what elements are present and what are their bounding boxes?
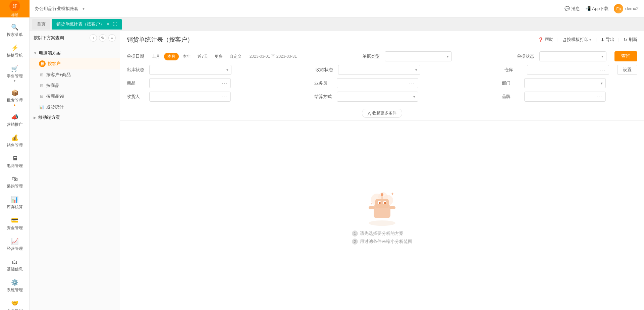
sidebar-item-search-label: 搜索菜单: [7, 32, 23, 38]
payment-status-select[interactable]: ▾: [338, 65, 420, 75]
date-tab-7days[interactable]: 近7天: [195, 53, 211, 60]
sidebar-item-wholesale[interactable]: 📦 批发管理 ▲: [0, 86, 29, 110]
settings-btn[interactable]: 设置: [617, 65, 637, 75]
sidebar-item-search[interactable]: 🔍 搜索菜单: [0, 20, 29, 41]
tabbar: 首页 销货单统计表（按客户） ✕ ⛶: [30, 17, 644, 31]
date-tab-more[interactable]: 更多: [212, 53, 225, 60]
cooperation-icon: 🤝: [11, 300, 18, 307]
topbar: 办公用品行业模拟账套 ▾ 💬 消息 📲 App下载 Ea demo2: [30, 0, 644, 17]
tree-section-mobile-header[interactable]: ▶ 移动端方案: [30, 112, 120, 122]
collapse-more-btn[interactable]: ⋀ 收起更多条件: [362, 109, 402, 118]
tab-close-icon[interactable]: ✕: [106, 22, 110, 27]
order-type-chevron-icon: ▾: [447, 54, 449, 59]
sidebar-item-operations[interactable]: 📈 经营管理: [0, 234, 29, 255]
sidebar-item-marketing-label: 营销推广: [7, 122, 23, 127]
collapse-panel-btn[interactable]: «: [108, 34, 116, 42]
department-select[interactable]: ▾: [524, 78, 606, 88]
help-icon: ❓: [538, 37, 543, 42]
tab-home[interactable]: 首页: [32, 19, 50, 30]
sidebar-item-finance[interactable]: 💳 资金管理: [0, 213, 29, 234]
tree-item-by-customer-label: 按客户: [48, 61, 61, 67]
tree-item-by-customer[interactable]: 按 按客户: [30, 58, 120, 69]
tree-section-mobile: ▶ 移动端方案: [30, 112, 120, 122]
date-tab-last-month[interactable]: 上月: [149, 53, 163, 60]
svg-point-13: [381, 193, 383, 196]
query-btn-area: 查询: [614, 51, 637, 61]
edit-scheme-btn[interactable]: ✎: [99, 34, 106, 42]
sidebar-item-ecommerce-label: 电商管理: [7, 163, 23, 169]
svg-text:✦: ✦: [370, 202, 373, 205]
add-scheme-btn[interactable]: +: [90, 34, 97, 42]
filter-row-1: 单据日期 上月 本月 本年 近7天 更多 自定义 2023-03-01 至 20…: [127, 51, 637, 61]
tree-section-chevron-icon: ▼: [34, 51, 37, 55]
sidebar-item-quicknav[interactable]: ⚡ 快捷导航: [0, 41, 29, 62]
svg-point-2: [369, 220, 395, 226]
sidebar-item-ecommerce[interactable]: 🖥 电商管理: [0, 152, 29, 172]
sidebar-item-inventory[interactable]: 📊 库存核算: [0, 193, 29, 213]
collapse-chevron-icon: ⋀: [368, 111, 371, 116]
refresh-btn[interactable]: ↻ 刷新: [624, 37, 637, 43]
sidebar-item-basic[interactable]: 🗂 基础信息: [0, 255, 29, 275]
divider-1: |: [557, 37, 558, 42]
user-name: demo2: [625, 6, 639, 11]
message-btn[interactable]: 💬 消息: [565, 6, 580, 12]
tree-item-by-goods[interactable]: ⊟ 按商品: [30, 80, 120, 91]
order-status-select[interactable]: ▾: [539, 51, 606, 61]
date-tab-custom[interactable]: 自定义: [227, 53, 244, 60]
print-label: 按模板打印: [567, 37, 589, 43]
query-btn[interactable]: 查询: [614, 51, 637, 61]
app-download-btn[interactable]: 📲 App下载: [585, 6, 608, 12]
tip-num-1: 1: [352, 230, 358, 237]
finance-icon: 💳: [11, 217, 18, 224]
scheme-icon-4: 📊: [39, 104, 44, 110]
brand-select[interactable]: ···: [524, 92, 606, 102]
salesperson-dots-icon: ···: [409, 81, 415, 86]
tab-maximize-icon[interactable]: ⛶: [113, 22, 117, 27]
tree-item-goods99[interactable]: ⊟ 按商品99: [30, 91, 120, 102]
warehouse-label: 仓库: [504, 67, 523, 73]
left-panel-actions: + ✎ «: [90, 34, 116, 42]
sidebar-item-purchase[interactable]: 🛍 采购管理: [0, 172, 29, 193]
left-panel: 按以下方案查询 + ✎ « ▼: [30, 31, 120, 310]
tree-item-customer-goods[interactable]: ⊞ 按客户+商品: [30, 69, 120, 80]
svg-text:好: 好: [12, 4, 17, 9]
receiver-select[interactable]: ···: [149, 92, 231, 102]
left-panel-title: 按以下方案查询: [34, 35, 64, 41]
export-btn[interactable]: ⬇ 导出: [601, 37, 614, 43]
tree-item-return-stat[interactable]: 📊 退货统计: [30, 102, 120, 112]
topbar-chevron-icon[interactable]: ▾: [83, 6, 85, 11]
export-icon: ⬇: [601, 37, 604, 42]
date-tab-this-month[interactable]: 本月: [164, 53, 179, 60]
tab-sales-stat[interactable]: 销货单统计表（按客户） ✕ ⛶: [52, 19, 122, 30]
print-chevron-icon[interactable]: ▾: [589, 38, 591, 42]
tree-section-pc-header[interactable]: ▼ 电脑端方案: [30, 48, 120, 58]
refresh-icon: ↻: [624, 37, 627, 42]
tab-home-label: 首页: [37, 21, 46, 27]
settlement-select[interactable]: ▾: [337, 92, 418, 102]
user-profile-btn[interactable]: Ea demo2: [614, 4, 639, 13]
sidebar-item-retail[interactable]: 🛒 零售管理 ▼: [0, 62, 29, 86]
sidebar-item-system[interactable]: ⚙️ 系统管理: [0, 275, 29, 296]
order-type-select[interactable]: ▾: [385, 51, 452, 61]
empty-tip-1: 1 请先选择要分析的方案: [352, 230, 412, 237]
collapse-icon: «: [111, 36, 113, 41]
scheme-icon-3: ⊟: [39, 94, 44, 99]
salesperson-select[interactable]: ···: [337, 78, 418, 88]
empty-tips: 1 请先选择要分析的方案 2 用过滤条件来缩小分析范围: [352, 230, 412, 245]
out-status-select[interactable]: ▾: [149, 65, 231, 75]
date-range-text: 2023-03-01 至 2023-03-31: [250, 54, 297, 59]
warehouse-select[interactable]: ···: [527, 65, 609, 75]
department-chevron-icon: ▾: [601, 81, 603, 86]
sidebar-item-sales[interactable]: 💰 销售管理: [0, 131, 29, 152]
help-btn[interactable]: ❓ 帮助: [538, 37, 553, 43]
date-label: 单据日期: [127, 53, 145, 59]
content-area: 按以下方案查询 + ✎ « ▼: [30, 31, 644, 310]
sidebar-item-marketing[interactable]: 📣 营销推广: [0, 110, 29, 131]
tab-sales-stat-label: 销货单统计表（按客户）: [56, 21, 104, 27]
empty-illustration: ✦ ✦: [360, 186, 404, 226]
sidebar-item-cooperation[interactable]: 🤝 企业协同: [0, 296, 29, 310]
print-btn[interactable]: 🖨 按模板打印 ▾: [562, 37, 591, 43]
goods-select[interactable]: ···: [149, 78, 231, 88]
date-tab-this-year[interactable]: 本年: [180, 53, 194, 60]
system-icon: ⚙️: [11, 279, 18, 286]
